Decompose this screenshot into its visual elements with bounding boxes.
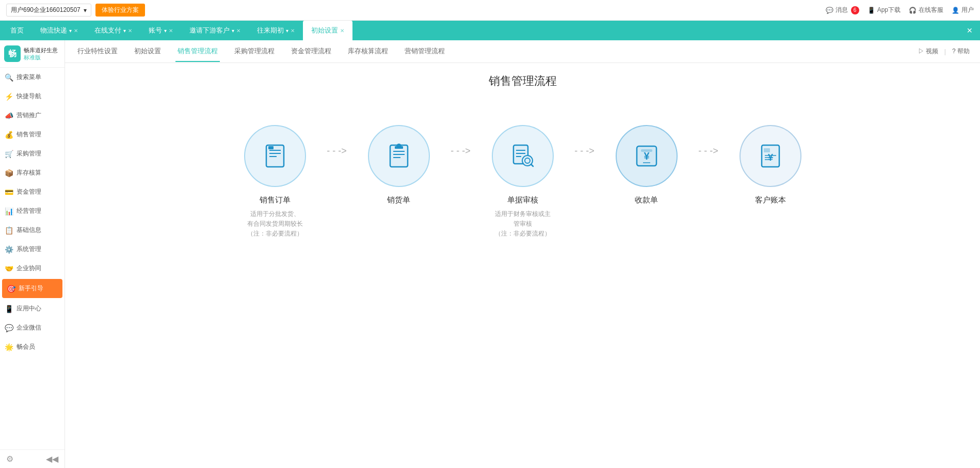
logo-text: 畅库道好生意 标准版 xyxy=(24,46,58,61)
sub-tab-purchase-flow[interactable]: 采购管理流程 xyxy=(232,41,277,62)
messages-label: 消息 xyxy=(836,6,848,14)
nav-tab-logistics[interactable]: 物流快递 ▾ ✕ xyxy=(32,21,86,40)
nav-tab-home[interactable]: 首页 xyxy=(2,21,32,40)
sub-tab-inventory-flow[interactable]: 库存核算流程 xyxy=(346,41,390,62)
message-badge: 6 xyxy=(851,6,859,14)
content-area: 行业特性设置 初始设置 销售管理流程 采购管理流程 资金管理流程 库存核算流程 xyxy=(65,40,980,468)
sidebar-item-basic[interactable]: 📋 基础信息 xyxy=(0,221,65,240)
close-icon2[interactable]: ✕ xyxy=(128,28,132,34)
flow-circle-delivery[interactable] xyxy=(368,125,430,187)
sub-tabs-left: 行业特性设置 初始设置 销售管理流程 采购管理流程 资金管理流程 库存核算流程 xyxy=(75,41,447,62)
nav-tab-initial-label: 往来期初 xyxy=(257,26,284,35)
sub-tab-marketing-flow[interactable]: 营销管理流程 xyxy=(403,41,447,62)
sidebar-wechat-label: 企业微信 xyxy=(17,323,41,332)
service-icon: 🎧 xyxy=(909,7,917,14)
user-selector[interactable]: 用户690企业1660120507 ▾ xyxy=(6,4,91,17)
sidebar-finance-label: 资金管理 xyxy=(17,188,41,196)
nav-tab-home-label: 首页 xyxy=(10,26,24,35)
online-service-label: 在线客服 xyxy=(919,6,943,14)
cart-icon: 🛒 xyxy=(4,150,13,158)
online-service-button[interactable]: 🎧 在线客服 xyxy=(909,6,943,14)
gear-icon: ⚙️ xyxy=(4,245,13,254)
sidebar-item-marketing[interactable]: 📣 营销推广 xyxy=(0,106,65,125)
nav-tabs: 首页 物流快递 ▾ ✕ 在线支付 ▾ ✕ 账号 ▾ ✕ 邀请下游客户 ▾ ✕ 往… xyxy=(0,21,980,40)
sidebar-item-purchase[interactable]: 🛒 采购管理 xyxy=(0,144,65,163)
sidebar-item-inventory[interactable]: 📦 库存核算 xyxy=(0,163,65,182)
sidebar-item-newbie[interactable]: 🎯 新手引导 xyxy=(2,279,62,298)
sidebar-collab-label: 企业协同 xyxy=(17,264,41,273)
flow-item-review: 单据审核 适用于财务审核或主管审核（注：非必要流程） xyxy=(476,125,569,239)
sidebar: 畅 畅库道好生意 标准版 🔍 搜索菜单 ⚡ 快捷导航 📣 营销推广 💰 销售管理… xyxy=(0,40,65,468)
chevron-down-icon5: ▾ xyxy=(286,28,288,34)
flow-arrow-3: - - -> xyxy=(569,146,600,157)
nav-tab-payment-label: 在线支付 xyxy=(94,26,121,35)
chevron-down-icon2: ▾ xyxy=(123,28,126,34)
nav-tab-account[interactable]: 账号 ▾ ✕ xyxy=(140,21,181,40)
user-selector-label: 用户690企业1660120507 xyxy=(11,6,81,14)
sidebar-item-system[interactable]: ⚙️ 系统管理 xyxy=(0,240,65,259)
nav-tab-payment[interactable]: 在线支付 ▾ ✕ xyxy=(86,21,140,40)
svg-rect-19 xyxy=(641,149,652,152)
user-avatar-icon: 👤 xyxy=(952,7,959,14)
nav-tab-settings[interactable]: 初始设置 ✕ xyxy=(303,21,352,40)
sidebar-item-collab[interactable]: 🤝 企业协同 xyxy=(0,259,65,278)
svg-rect-9 xyxy=(395,146,403,149)
close-icon3[interactable]: ✕ xyxy=(169,28,173,34)
sidebar-item-appcenter[interactable]: 📱 应用中心 xyxy=(0,299,65,318)
app-download-button[interactable]: 📱 App下载 xyxy=(867,6,901,14)
settings-bottom-icon[interactable]: ⚙ xyxy=(6,454,13,464)
help-button[interactable]: ? 帮助 xyxy=(952,47,970,56)
flow-circle-ledger[interactable]: ¥ xyxy=(740,125,801,187)
sidebar-item-sales[interactable]: 💰 销售管理 xyxy=(0,125,65,144)
sidebar-search-label: 搜索菜单 xyxy=(17,73,41,82)
close-icon5[interactable]: ✕ xyxy=(291,28,295,34)
close-icon4[interactable]: ✕ xyxy=(236,28,240,34)
flow-item-receipt: ¥ 收款单 xyxy=(600,125,693,209)
messages-button[interactable]: 💬 消息 6 xyxy=(826,6,859,14)
close-all-button[interactable]: ✕ xyxy=(961,26,978,35)
sidebar-item-operation[interactable]: 📊 经营管理 xyxy=(0,201,65,221)
star-icon: 🌟 xyxy=(4,343,13,351)
top-bar: 用户690企业1660120507 ▾ 体验行业方案 💬 消息 6 📱 App下… xyxy=(0,0,980,21)
money-icon: 💰 xyxy=(4,131,13,139)
sub-tab-initial[interactable]: 初始设置 xyxy=(132,41,163,62)
sidebar-item-finance[interactable]: 💳 资金管理 xyxy=(0,182,65,201)
flow-circle-review[interactable] xyxy=(492,125,554,187)
app-icon: 📱 xyxy=(867,7,875,14)
trial-button[interactable]: 体验行业方案 xyxy=(95,4,145,17)
sub-tab-finance-flow[interactable]: 资金管理流程 xyxy=(289,41,333,62)
sidebar-newbie-label: 新手引导 xyxy=(19,284,43,293)
app-download-label: App下载 xyxy=(877,6,901,14)
sidebar-item-quicknav[interactable]: ⚡ 快捷导航 xyxy=(0,87,65,106)
sidebar-sales-label: 销售管理 xyxy=(17,130,41,139)
sidebar-item-search[interactable]: 🔍 搜索菜单 xyxy=(0,68,65,87)
page-title: 销售管理流程 xyxy=(75,73,970,89)
sidebar-member-label: 畅会员 xyxy=(17,342,35,351)
nav-tab-logistics-label: 物流快递 xyxy=(40,26,67,35)
user-button[interactable]: 👤 用户 xyxy=(952,6,974,14)
sidebar-item-wechat[interactable]: 💬 企业微信 xyxy=(0,318,65,337)
flow-arrow-2: - - -> xyxy=(445,146,476,157)
flow-circle-receipt[interactable]: ¥ xyxy=(616,125,678,187)
collapse-icon[interactable]: ◀◀ xyxy=(46,454,58,464)
close-icon[interactable]: ✕ xyxy=(74,28,78,34)
flow-desc-sales-order: 适用于分批发货、有合同发货周期较长（注：非必要流程） xyxy=(247,209,303,239)
flow-item-sales-order: 销售订单 适用于分批发货、有合同发货周期较长（注：非必要流程） xyxy=(229,125,322,239)
flow-circle-sales-order[interactable] xyxy=(244,125,306,187)
video-button[interactable]: ▷ 视频 xyxy=(918,47,938,56)
flow-arrow-1: - - -> xyxy=(322,146,352,157)
nav-tab-invite[interactable]: 邀请下游客户 ▾ ✕ xyxy=(181,21,249,40)
flow-label-delivery: 销货单 xyxy=(387,195,410,205)
sub-tab-industry[interactable]: 行业特性设置 xyxy=(75,41,120,62)
sub-tab-sales-flow[interactable]: 销售管理流程 xyxy=(175,41,220,62)
flow-item-ledger: ¥ 客户账本 xyxy=(724,125,817,209)
message-icon: 💬 xyxy=(826,7,833,14)
sidebar-system-label: 系统管理 xyxy=(17,245,41,254)
logo-icon: 畅 xyxy=(4,45,21,62)
sidebar-item-member[interactable]: 🌟 畅会员 xyxy=(0,337,65,356)
close-icon6[interactable]: ✕ xyxy=(340,28,344,34)
flow-label-receipt: 收款单 xyxy=(635,195,658,205)
nav-tab-initial[interactable]: 往来期初 ▾ ✕ xyxy=(249,21,303,40)
flow-arrow-4: - - -> xyxy=(693,146,724,157)
nav-tab-invite-label: 邀请下游客户 xyxy=(189,26,230,35)
